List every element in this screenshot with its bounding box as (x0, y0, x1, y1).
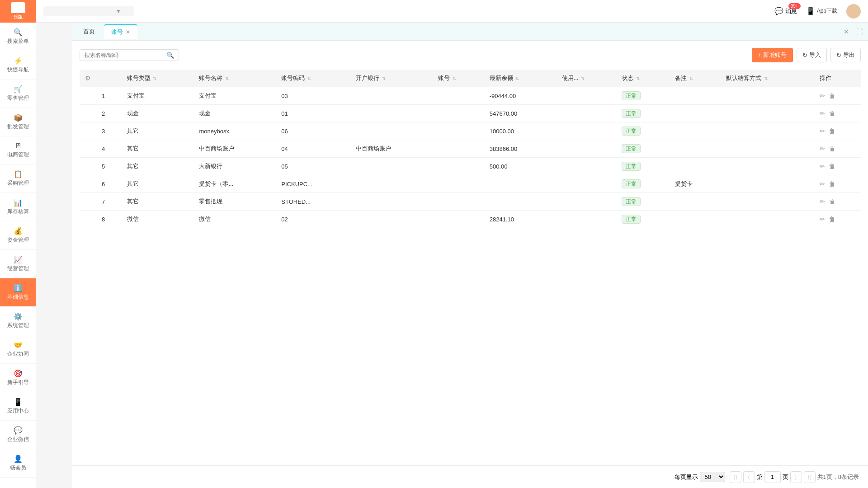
status-badge: 正常 (622, 162, 641, 171)
table-balance-col[interactable]: 最新余额 ⇅ (484, 70, 557, 87)
table-account-code-col[interactable]: 账号编码 ⇅ (276, 70, 350, 87)
add-account-label: + 新增账号 (758, 51, 787, 59)
delete-icon[interactable]: 🗑 (829, 145, 835, 152)
edit-icon[interactable]: ✏ (820, 163, 825, 170)
edit-icon[interactable]: ✏ (820, 198, 825, 205)
table-row: 1 支付宝 支付宝 03 -90444.00 正常 ✏ 🗑 (80, 87, 861, 105)
sidebar-item-operations[interactable]: 📈 经营管理 (0, 250, 36, 278)
sidebar-item-label: 企业协同 (7, 350, 29, 358)
app-subtitle: 乐版 (14, 14, 23, 20)
search-icon[interactable]: 🔍 (166, 52, 174, 59)
sidebar-item-guide[interactable]: 🎯 新手引导 (0, 364, 36, 392)
sidebar-item-purchase-mgmt[interactable]: 📋 采购管理 (0, 164, 36, 193)
table-row: 8 微信 微信 02 28241.10 正常 ✏ 🗑 (80, 211, 861, 228)
sidebar-item-inventory[interactable]: 📊 库存核算 (0, 193, 36, 221)
sidebar-item-wechat[interactable]: 💬 企业微信 (0, 421, 36, 449)
table-status-col[interactable]: 状态 ⇅ (616, 70, 670, 87)
table-account-type-col[interactable]: 账号类型 ⇅ (122, 70, 194, 87)
sidebar-item-search-menu[interactable]: 🔍 搜索菜单 (0, 23, 36, 51)
delete-icon[interactable]: 🗑 (829, 216, 835, 223)
import-icon: ↻ (802, 52, 807, 59)
sidebar-item-quick-nav[interactable]: ⚡ 快捷导航 (0, 51, 36, 80)
sidebar-item-app-center[interactable]: 📱 应用中心 (0, 392, 36, 421)
tab-close-button[interactable]: ✕ (842, 26, 851, 37)
row-settings (80, 211, 96, 228)
page-number-input[interactable] (764, 471, 781, 483)
row-remark (670, 158, 721, 175)
edit-icon[interactable]: ✏ (820, 180, 825, 188)
table-settings-col[interactable]: ⚙ (80, 70, 96, 87)
delete-icon[interactable]: 🗑 (829, 110, 835, 117)
row-account-type: 其它 (122, 175, 194, 193)
sidebar-item-finance[interactable]: 💰 资金管理 (0, 221, 36, 250)
tab-account[interactable]: 账号 ✕ (104, 24, 137, 39)
delete-icon[interactable]: 🗑 (829, 127, 835, 135)
action-icons: ✏ 🗑 (820, 216, 856, 223)
table-account-name-col[interactable]: 账号名称 ⇅ (193, 70, 276, 87)
table-settlement-col[interactable]: 默认结算方式 ⇅ (721, 70, 814, 87)
tab-account-close[interactable]: ✕ (126, 29, 130, 35)
delete-icon[interactable]: 🗑 (829, 163, 835, 170)
edit-icon[interactable]: ✏ (820, 216, 825, 223)
next-page-button[interactable]: ⟩ (790, 471, 802, 483)
user-avatar[interactable] (846, 4, 861, 19)
topbar-search-box[interactable]: ▼ (43, 6, 134, 16)
sidebar-item-member[interactable]: 👤 畅会员 (0, 449, 36, 478)
table-usage-col[interactable]: 使用... ⇅ (557, 70, 617, 87)
tab-fullscreen-button[interactable]: ⛶ (854, 26, 864, 37)
first-page-button[interactable]: ⟨⟨ (730, 471, 741, 483)
row-status: 正常 (616, 158, 670, 175)
add-account-button[interactable]: + 新增账号 (752, 48, 793, 62)
prev-page-button[interactable]: ⟨ (743, 471, 755, 483)
delete-icon[interactable]: 🗑 (829, 198, 835, 205)
per-page-select[interactable]: 50 100 (700, 472, 725, 482)
sidebar-item-basic-info[interactable]: ℹ️ 基础信息 (0, 278, 36, 307)
row-settings (80, 140, 96, 158)
row-account-code: PICKUPC... (276, 175, 350, 193)
sidebar-item-ecommerce-mgmt[interactable]: 🖥 电商管理 (0, 136, 36, 164)
row-account-type: 其它 (122, 158, 194, 175)
account-search-input[interactable] (85, 52, 166, 58)
row-account-no (433, 140, 484, 158)
topbar-search-chevron[interactable]: ▼ (116, 8, 121, 14)
sidebar-item-wholesale-mgmt[interactable]: 📦 批发管理 (0, 108, 36, 136)
row-bank (350, 175, 433, 193)
sidebar-item-retail-mgmt[interactable]: 🛒 零售管理 (0, 80, 36, 108)
account-search-box[interactable]: 🔍 (80, 49, 179, 61)
export-button[interactable]: ↻ 导出 (830, 48, 861, 62)
pagination: 每页显示 50 100 ⟨⟨ ⟨ 第 页 ⟩ ⟩⟩ 共1页，8条记录 (72, 465, 868, 488)
topbar-message[interactable]: 💬 消息 99+ (774, 7, 797, 15)
delete-icon[interactable]: 🗑 (829, 92, 835, 99)
sort-icon: ⇅ (515, 76, 519, 81)
row-actions: ✏ 🗑 (814, 87, 861, 105)
edit-icon[interactable]: ✏ (820, 110, 825, 117)
table-account-no-col[interactable]: 账号 ⇅ (433, 70, 484, 87)
table-bank-col[interactable]: 开户银行 ⇅ (350, 70, 433, 87)
last-page-button[interactable]: ⟩⟩ (804, 471, 816, 483)
topbar-app-download[interactable]: 📱 App下载 (806, 7, 837, 15)
row-remark (670, 211, 721, 228)
edit-icon[interactable]: ✏ (820, 92, 825, 99)
inventory-icon: 📊 (14, 198, 23, 207)
row-account-code: 02 (276, 211, 350, 228)
edit-icon[interactable]: ✏ (820, 127, 825, 135)
row-account-name: 支付宝 (193, 87, 276, 105)
row-account-name: 大新银行 (193, 158, 276, 175)
accounts-table: ⚙ 账号类型 ⇅ 账号名称 ⇅ 账号编码 ⇅ 开户银行 ⇅ 账号 ⇅ 最新余额 … (80, 70, 861, 228)
system-icon: ⚙️ (14, 312, 23, 321)
column-settings-icon[interactable]: ⚙ (85, 75, 91, 82)
table-action-col: 操作 (814, 70, 861, 87)
row-usage (557, 158, 617, 175)
import-button[interactable]: ↻ 导入 (797, 48, 827, 62)
table-remark-col[interactable]: 备注 ⇅ (670, 70, 721, 87)
delete-icon[interactable]: 🗑 (829, 180, 835, 188)
row-remark: 提货卡 (670, 175, 721, 193)
edit-icon[interactable]: ✏ (820, 145, 825, 152)
purchase-icon: 📋 (14, 170, 23, 178)
sidebar-item-system-mgmt[interactable]: ⚙️ 系统管理 (0, 307, 36, 335)
topbar-search-input[interactable] (48, 8, 116, 14)
wechat-icon: 💬 (14, 426, 23, 435)
row-actions: ✏ 🗑 (814, 193, 861, 211)
sidebar-item-enterprise[interactable]: 🤝 企业协同 (0, 335, 36, 364)
tab-home[interactable]: 首页 (76, 25, 102, 38)
